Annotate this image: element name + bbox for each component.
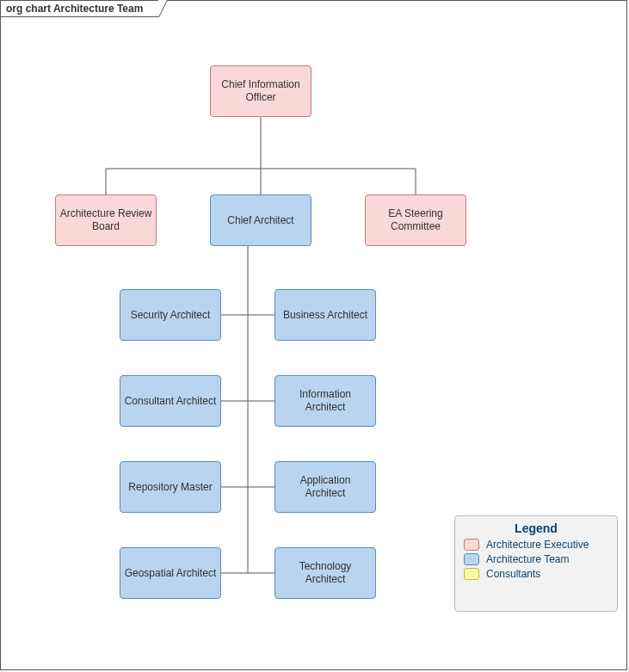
node-ea-steering-committee: EA Steering Committee (365, 194, 466, 246)
node-label: Security Architect (131, 309, 211, 322)
node-information-architect: Information Architect (274, 375, 376, 427)
node-business-architect: Business Architect (274, 289, 376, 341)
diagram-frame: org chart Architecture Team Chief Inform… (0, 0, 627, 670)
legend-label: Consultants (486, 568, 540, 580)
node-application-architect: Application Architect (274, 461, 376, 513)
node-architecture-review-board: Architecture Review Board (55, 194, 157, 246)
legend-label: Architecture Executive (486, 539, 589, 551)
legend-item-consultants: Consultants (464, 568, 608, 580)
legend-swatch-executive (464, 539, 479, 551)
node-label: Information Architect (279, 388, 372, 414)
node-repository-master: Repository Master (120, 461, 221, 513)
node-label: Geospatial Architect (125, 567, 217, 580)
node-security-architect: Security Architect (120, 289, 221, 341)
legend-title: Legend (464, 521, 608, 535)
legend-item-executive: Architecture Executive (464, 539, 608, 551)
node-chief-information-officer: Chief Information Officer (210, 65, 311, 117)
node-label: Architecture Review Board (59, 207, 152, 233)
node-label: Application Architect (279, 474, 372, 500)
node-label: Chief Architect (227, 214, 293, 227)
node-label: Technology Architect (279, 560, 372, 586)
legend-box: Legend Architecture Executive Architectu… (454, 515, 618, 612)
legend-item-team: Architecture Team (464, 553, 608, 565)
legend-label: Architecture Team (486, 553, 570, 565)
node-label: Consultant Architect (125, 395, 217, 408)
node-technology-architect: Technology Architect (274, 547, 376, 599)
node-consultant-architect: Consultant Architect (120, 375, 221, 427)
node-chief-architect: Chief Architect (210, 194, 311, 246)
node-label: Repository Master (128, 481, 212, 494)
legend-swatch-consultants (464, 568, 479, 580)
node-geospatial-architect: Geospatial Architect (120, 547, 221, 599)
node-label: Business Architect (283, 309, 367, 322)
node-label: EA Steering Committee (369, 207, 462, 233)
legend-swatch-team (464, 553, 479, 565)
node-label: Chief Information Officer (214, 78, 307, 104)
